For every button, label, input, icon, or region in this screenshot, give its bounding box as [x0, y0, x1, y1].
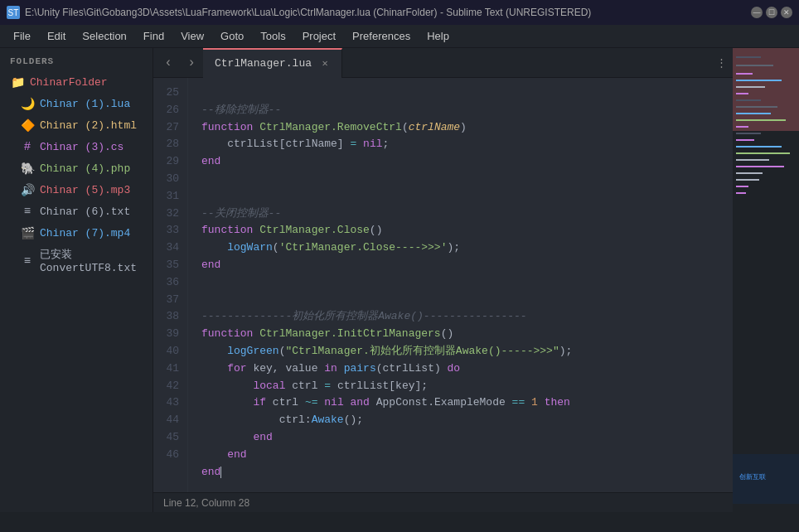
- file-mp3-name: Chinar (5).mp3: [40, 184, 130, 196]
- file-utf8-name: 已安装ConvertUTF8.txt: [40, 247, 143, 274]
- file-mp4[interactable]: 🎬 Chinar (7).mp4: [0, 222, 153, 244]
- sidebar-header: FOLDERS: [0, 48, 153, 71]
- menu-preferences[interactable]: Preferences: [344, 27, 419, 46]
- html-icon: 🔶: [20, 118, 35, 133]
- main-area: FOLDERS 📁 ChinarFolder 🌙 Chinar (1).lua …: [0, 48, 799, 512]
- editor-container: ‹ › CtrlManager.lua ✕ ⋮ 25 26 27 28 29 3…: [153, 48, 733, 512]
- file-lua[interactable]: 🌙 Chinar (1).lua: [0, 93, 153, 114]
- line-numbers: 25 26 27 28 29 30 31 32 33 34 35 36 37 3…: [153, 78, 188, 492]
- window-controls[interactable]: — ☐ ✕: [751, 7, 792, 18]
- tab-close-button[interactable]: ✕: [318, 57, 332, 70]
- tab-ctrlmanager[interactable]: CtrlManager.lua ✕: [203, 48, 342, 78]
- file-html[interactable]: 🔶 Chinar (2).html: [0, 114, 153, 136]
- file-php-name: Chinar (4).php: [40, 162, 130, 175]
- maximize-button[interactable]: ☐: [766, 7, 777, 18]
- tab-bar: ‹ › CtrlManager.lua ✕ ⋮: [153, 48, 733, 78]
- utf8-icon: ≡: [20, 254, 35, 268]
- menu-help[interactable]: Help: [419, 27, 458, 46]
- cs-icon: #: [20, 139, 35, 154]
- txt-icon: ≡: [20, 204, 35, 219]
- menu-view[interactable]: View: [172, 27, 212, 46]
- file-mp3[interactable]: 🔊 Chinar (5).mp3: [0, 179, 153, 201]
- tab-label: CtrlManager.lua: [215, 57, 312, 70]
- file-lua-name: Chinar (1).lua: [40, 98, 130, 110]
- mp3-icon: 🔊: [20, 182, 35, 197]
- file-utf8[interactable]: ≡ 已安装ConvertUTF8.txt: [0, 244, 153, 278]
- menu-edit[interactable]: Edit: [39, 27, 74, 46]
- minimap: [733, 48, 799, 512]
- mp4-icon: 🎬: [20, 225, 35, 240]
- file-txt[interactable]: ≡ Chinar (6).txt: [0, 201, 153, 222]
- file-cs-name: Chinar (3).cs: [40, 141, 123, 153]
- folder-name: ChinarFolder: [30, 76, 108, 89]
- sidebar: FOLDERS 📁 ChinarFolder 🌙 Chinar (1).lua …: [0, 48, 153, 512]
- tab-menu-button[interactable]: ⋮: [709, 51, 733, 75]
- menu-goto[interactable]: Goto: [212, 27, 252, 46]
- minimap-canvas: [733, 48, 799, 512]
- menu-project[interactable]: Project: [294, 27, 344, 46]
- nav-forward[interactable]: ›: [180, 51, 203, 75]
- title-bar: ST E:\Unity Files\Git\Gobang3D\Assets\Lu…: [0, 0, 799, 25]
- php-icon: 🐘: [20, 161, 35, 176]
- menu-selection[interactable]: Selection: [74, 27, 134, 46]
- minimize-button[interactable]: —: [751, 7, 763, 18]
- file-txt-name: Chinar (6).txt: [40, 206, 130, 218]
- code-editor[interactable]: --移除控制器-- function CtrlManager.RemoveCtr…: [188, 78, 733, 492]
- file-php[interactable]: 🐘 Chinar (4).php: [0, 157, 153, 179]
- nav-back[interactable]: ‹: [157, 51, 180, 75]
- file-html-name: Chinar (2).html: [40, 119, 137, 132]
- file-cs[interactable]: # Chinar (3).cs: [0, 136, 153, 157]
- status-bar: Line 12, Column 28: [153, 492, 733, 512]
- file-mp4-name: Chinar (7).mp4: [40, 227, 130, 239]
- folder-chinar[interactable]: 📁 ChinarFolder: [0, 71, 153, 93]
- app-icon: ST: [7, 6, 20, 19]
- menu-file[interactable]: File: [5, 27, 39, 46]
- folder-icon: 📁: [10, 75, 25, 89]
- menu-tools[interactable]: Tools: [252, 27, 293, 46]
- lua-icon: 🌙: [20, 96, 35, 111]
- editor[interactable]: 25 26 27 28 29 30 31 32 33 34 35 36 37 3…: [153, 78, 733, 492]
- close-button[interactable]: ✕: [781, 7, 792, 18]
- menu-find[interactable]: Find: [135, 27, 172, 46]
- window-title: E:\Unity Files\Git\Gobang3D\Assets\LuaFr…: [25, 7, 751, 18]
- cursor-position: Line 12, Column 28: [163, 497, 249, 509]
- menu-bar: File Edit Selection Find View Goto Tools…: [0, 25, 799, 48]
